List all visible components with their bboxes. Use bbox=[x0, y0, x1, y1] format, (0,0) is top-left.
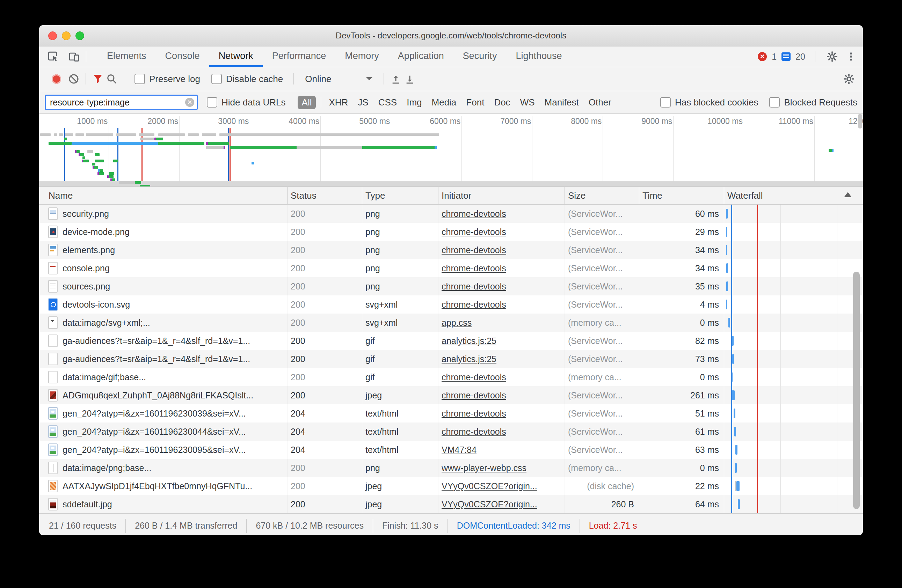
preserve-log-checkbox[interactable]: Preserve log bbox=[135, 74, 200, 84]
table-row[interactable]: data:image/png;base...200pngwww-player-w… bbox=[39, 459, 863, 477]
close-window-button[interactable] bbox=[48, 31, 57, 40]
filter-pill-other[interactable]: Other bbox=[589, 97, 611, 108]
tab-elements[interactable]: Elements bbox=[97, 47, 156, 67]
filter-pill-xhr[interactable]: XHR bbox=[329, 97, 348, 108]
inspect-cursor-icon[interactable] bbox=[46, 50, 60, 64]
initiator-link[interactable]: app.css bbox=[442, 318, 471, 328]
import-har-icon[interactable] bbox=[389, 72, 403, 86]
tab-network[interactable]: Network bbox=[209, 47, 263, 67]
checkbox[interactable] bbox=[207, 97, 217, 108]
filter-pill-doc[interactable]: Doc bbox=[494, 97, 510, 108]
request-name[interactable]: data:image/svg+xml;... bbox=[63, 318, 150, 328]
table-row[interactable]: security.png200pngchrome-devtools(Servic… bbox=[39, 205, 863, 223]
table-row[interactable]: ga-audiences?t=sr&aip=1&_r=4&slf_rd=1&v=… bbox=[39, 350, 863, 368]
more-menu-icon[interactable] bbox=[844, 50, 858, 64]
filter-pill-media[interactable]: Media bbox=[432, 97, 457, 108]
settings-gear-icon[interactable] bbox=[825, 50, 839, 64]
table-row[interactable]: gen_204?atyp=i&zx=1601196230044&sei=xV..… bbox=[39, 422, 863, 441]
initiator-link[interactable]: chrome-devtools bbox=[442, 245, 506, 255]
blocked-requests-checkbox[interactable]: Blocked Requests bbox=[769, 97, 857, 108]
checkbox[interactable] bbox=[211, 74, 222, 84]
initiator-link[interactable]: chrome-devtools bbox=[442, 427, 506, 437]
clear-filter-icon[interactable]: ✕ bbox=[185, 98, 194, 107]
vertical-scrollbar-thumb[interactable] bbox=[853, 272, 860, 509]
request-name[interactable]: data:image/png;base... bbox=[63, 463, 151, 473]
column-header-name[interactable]: Name bbox=[39, 187, 288, 204]
record-icon[interactable] bbox=[52, 74, 61, 84]
clear-icon[interactable] bbox=[67, 72, 81, 86]
request-name[interactable]: gen_204?atyp=i&zx=1601196230095&sei=xV..… bbox=[63, 445, 246, 455]
initiator-link[interactable]: chrome-devtools bbox=[442, 372, 506, 382]
tab-lighthouse[interactable]: Lighthouse bbox=[506, 47, 571, 67]
request-name[interactable]: security.png bbox=[63, 209, 109, 219]
filter-pill-manifest[interactable]: Manifest bbox=[545, 97, 579, 108]
zoom-window-button[interactable] bbox=[75, 31, 84, 40]
column-header-time[interactable]: Time bbox=[639, 187, 724, 204]
table-row[interactable]: gen_204?atyp=i&zx=1601196230039&sei=xV..… bbox=[39, 404, 863, 422]
request-name[interactable]: sddefault.jpg bbox=[63, 499, 112, 510]
initiator-link[interactable]: chrome-devtools bbox=[442, 300, 506, 310]
table-row[interactable]: devtools-icon.svg200svg+xmlchrome-devtoo… bbox=[39, 296, 863, 314]
overview-scrollbar-thumb[interactable] bbox=[858, 114, 862, 128]
request-name[interactable]: sources.png bbox=[63, 281, 110, 292]
request-name[interactable]: ADGmqu8qexLZuhphT_0Aj88Ng8riLFKASQIslt..… bbox=[63, 390, 253, 400]
table-row[interactable]: sources.png200pngchrome-devtools(Service… bbox=[39, 277, 863, 296]
issues-icon[interactable] bbox=[781, 52, 791, 61]
checkbox[interactable] bbox=[135, 74, 145, 84]
tab-console[interactable]: Console bbox=[156, 47, 209, 67]
export-har-icon[interactable] bbox=[403, 72, 417, 86]
initiator-link[interactable]: VM47:84 bbox=[442, 445, 476, 455]
table-row[interactable]: gen_204?atyp=i&zx=1601196230095&sei=xV..… bbox=[39, 441, 863, 459]
filter-pill-font[interactable]: Font bbox=[466, 97, 484, 108]
request-name[interactable]: device-mode.png bbox=[63, 227, 130, 237]
tab-performance[interactable]: Performance bbox=[263, 47, 336, 67]
filter-pill-img[interactable]: Img bbox=[407, 97, 422, 108]
minimize-window-button[interactable] bbox=[62, 31, 70, 40]
tab-security[interactable]: Security bbox=[453, 47, 507, 67]
column-header-size[interactable]: Size bbox=[565, 187, 639, 204]
request-name[interactable]: elements.png bbox=[63, 245, 115, 255]
column-header-initiator[interactable]: Initiator bbox=[438, 187, 565, 204]
initiator-link[interactable]: www-player-webp.css bbox=[442, 463, 526, 473]
column-header-type[interactable]: Type bbox=[362, 187, 438, 204]
initiator-link[interactable]: VYyQv0CSZOE?origin... bbox=[442, 481, 537, 491]
filter-pill-js[interactable]: JS bbox=[358, 97, 368, 108]
disable-cache-checkbox[interactable]: Disable cache bbox=[211, 74, 283, 84]
request-name[interactable]: gen_204?atyp=i&zx=1601196230044&sei=xV..… bbox=[63, 427, 246, 437]
request-name[interactable]: console.png bbox=[63, 263, 110, 274]
table-row[interactable]: ADGmqu8qexLZuhphT_0Aj88Ng8riLFKASQIslt..… bbox=[39, 386, 863, 404]
initiator-link[interactable]: chrome-devtools bbox=[442, 209, 506, 219]
filter-pill-css[interactable]: CSS bbox=[378, 97, 397, 108]
request-name[interactable]: AATXAJywSIpD1jf4EbqHXTfbe0mnyHqGFNTu... bbox=[63, 481, 252, 491]
request-name[interactable]: ga-audiences?t=sr&aip=1&_r=4&slf_rd=1&v=… bbox=[63, 336, 250, 346]
initiator-link[interactable]: chrome-devtools bbox=[442, 408, 506, 419]
network-overview[interactable]: 1000 ms2000 ms3000 ms4000 ms5000 ms6000 … bbox=[39, 114, 863, 187]
request-name[interactable]: devtools-icon.svg bbox=[63, 300, 130, 310]
table-row[interactable]: device-mode.png200pngchrome-devtools(Ser… bbox=[39, 223, 863, 241]
request-name[interactable]: gen_204?atyp=i&zx=1601196230039&sei=xV..… bbox=[63, 408, 246, 419]
error-badge-icon[interactable]: ✕ bbox=[758, 52, 767, 61]
has-blocked-cookies-checkbox[interactable]: Has blocked cookies bbox=[660, 97, 758, 108]
column-header-waterfall[interactable]: Waterfall bbox=[724, 187, 863, 204]
overview-scroll-track[interactable] bbox=[39, 181, 863, 186]
initiator-link[interactable]: analytics.js:25 bbox=[442, 336, 496, 346]
initiator-link[interactable]: chrome-devtools bbox=[442, 281, 506, 292]
filter-funnel-icon[interactable] bbox=[91, 72, 105, 86]
tab-application[interactable]: Application bbox=[388, 47, 453, 67]
table-row[interactable]: sddefault.jpg200jpegVYyQv0CSZOE?origin..… bbox=[39, 495, 863, 513]
sort-ascending-icon[interactable] bbox=[844, 188, 852, 197]
request-name[interactable]: ga-audiences?t=sr&aip=1&_r=4&slf_rd=1&v=… bbox=[63, 354, 250, 364]
table-row[interactable]: ga-audiences?t=sr&aip=1&_r=4&slf_rd=1&v=… bbox=[39, 332, 863, 350]
filter-input[interactable] bbox=[45, 95, 198, 110]
table-row[interactable]: elements.png200pngchrome-devtools(Servic… bbox=[39, 241, 863, 259]
search-icon[interactable] bbox=[105, 72, 119, 86]
checkbox[interactable] bbox=[769, 97, 780, 108]
table-row[interactable]: data:image/svg+xml;...200svg+xmlapp.css(… bbox=[39, 314, 863, 332]
initiator-link[interactable]: chrome-devtools bbox=[442, 390, 506, 400]
checkbox[interactable] bbox=[660, 97, 671, 108]
table-row[interactable]: AATXAJywSIpD1jf4EbqHXTfbe0mnyHqGFNTu...2… bbox=[39, 477, 863, 495]
filter-pill-all[interactable]: All bbox=[298, 96, 316, 109]
table-row[interactable]: data:image/gif;base...200gifchrome-devto… bbox=[39, 368, 863, 386]
filter-pill-ws[interactable]: WS bbox=[520, 97, 535, 108]
device-toolbar-icon[interactable] bbox=[67, 50, 81, 64]
